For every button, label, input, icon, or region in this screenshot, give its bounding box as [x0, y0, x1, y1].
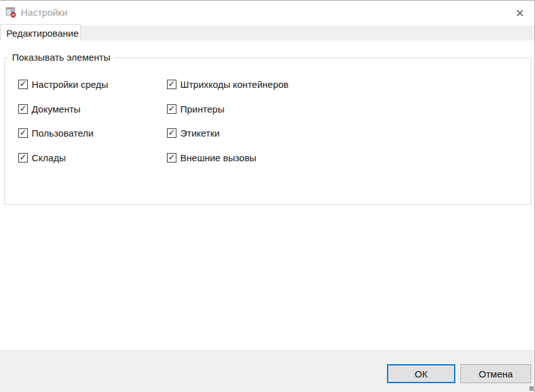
- checkbox-item-warehouses[interactable]: ✓ Склады: [18, 151, 66, 164]
- checkbox-item-documents[interactable]: ✓ Документы: [18, 102, 80, 115]
- close-icon: ✕: [515, 7, 524, 20]
- checkmark-icon: ✓: [20, 153, 27, 161]
- cancel-button[interactable]: Отмена: [460, 364, 531, 383]
- tab-strip: [81, 26, 534, 40]
- resize-grip[interactable]: [529, 386, 534, 391]
- checkbox-checked-icon[interactable]: ✓: [18, 104, 28, 114]
- checkbox-checked-icon[interactable]: ✓: [167, 80, 176, 89]
- checkbox-checked-icon[interactable]: ✓: [18, 128, 28, 138]
- checkbox-checked-icon[interactable]: ✓: [167, 153, 176, 162]
- checkmark-icon: ✓: [20, 80, 27, 88]
- show-elements-groupbox: Показывать элементы ✓ Настройки среды ✓ …: [4, 58, 531, 205]
- checkbox-checked-icon[interactable]: ✓: [167, 104, 176, 114]
- checkbox-item-environment-settings[interactable]: ✓ Настройки среды: [18, 78, 108, 90]
- checkbox-checked-icon[interactable]: ✓: [167, 128, 176, 138]
- checkbox-item-external-calls[interactable]: ✓ Внешние вызовы: [167, 151, 256, 164]
- checkbox-label: Штрихкоды контейнеров: [180, 79, 288, 90]
- checkmark-icon: ✓: [20, 128, 27, 137]
- checkbox-checked-icon[interactable]: ✓: [18, 80, 28, 89]
- checkbox-item-printers[interactable]: ✓ Принтеры: [167, 102, 224, 115]
- ok-button-label: ОК: [415, 369, 427, 379]
- checkbox-label: Внешние вызовы: [180, 152, 256, 163]
- checkmark-icon: ✓: [168, 104, 175, 113]
- ok-button[interactable]: ОК: [387, 364, 455, 383]
- app-window-icon: [6, 7, 16, 18]
- checkmark-icon: ✓: [168, 80, 175, 88]
- tab-label: Редактирование: [6, 28, 78, 39]
- checkbox-item-container-barcodes[interactable]: ✓ Штрихкоды контейнеров: [167, 78, 288, 90]
- checkbox-item-users[interactable]: ✓ Пользователи: [18, 126, 94, 139]
- checkmark-icon: ✓: [20, 104, 27, 113]
- settings-dialog: Настройки ✕ Редактирование Показывать эл…: [0, 0, 535, 392]
- dialog-title: Настройки: [21, 7, 68, 18]
- close-button[interactable]: ✕: [512, 5, 528, 21]
- title-bar: Настройки ✕: [0, 1, 534, 25]
- checkmark-icon: ✓: [168, 153, 175, 161]
- dialog-footer: ОК Отмена: [0, 350, 534, 392]
- checkbox-label: Принтеры: [180, 104, 224, 114]
- cancel-button-label: Отмена: [479, 369, 513, 379]
- checkbox-label: Пользователи: [32, 128, 94, 138]
- checkbox-item-labels[interactable]: ✓ Этикетки: [167, 126, 219, 139]
- checkbox-label: Склады: [32, 152, 66, 163]
- checkbox-checked-icon[interactable]: ✓: [18, 153, 28, 162]
- checkbox-label: Документы: [32, 104, 80, 114]
- checkbox-label: Этикетки: [180, 128, 219, 138]
- tab-editing[interactable]: Редактирование: [0, 24, 81, 41]
- checkbox-label: Настройки среды: [32, 79, 108, 90]
- checkmark-icon: ✓: [168, 128, 175, 137]
- groupbox-legend: Показывать элементы: [9, 52, 114, 63]
